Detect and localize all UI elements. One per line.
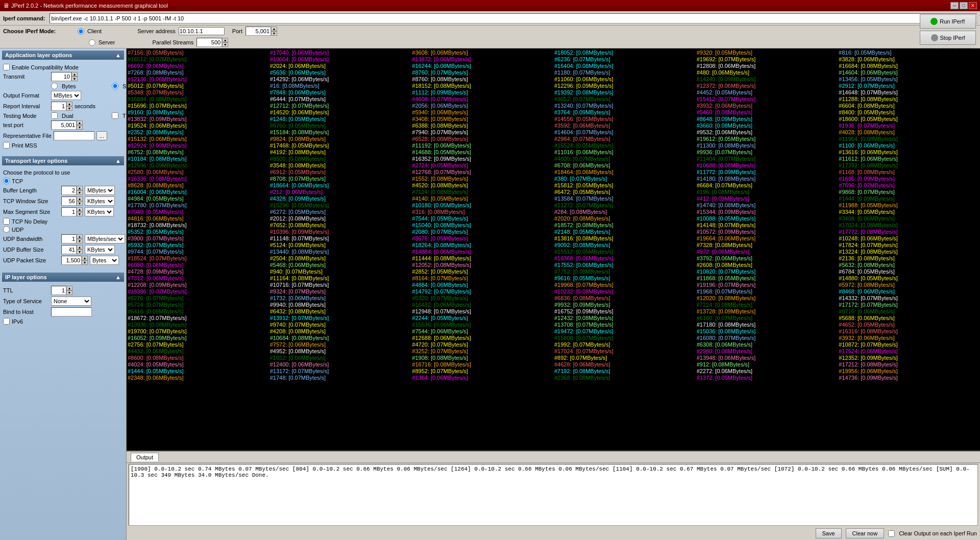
- clear-on-run-checkbox[interactable]: [888, 530, 895, 537]
- output-panel: Output [1990] 0.0-10.2 sec 0.74 MBytes 0…: [127, 451, 980, 540]
- seconds-radio[interactable]: [112, 83, 118, 89]
- window-controls: ─ □ ✕: [950, 2, 977, 9]
- port-down-btn[interactable]: ▼: [271, 31, 277, 36]
- port-up-btn[interactable]: ▲: [271, 27, 277, 31]
- iperf-command-input[interactable]: [50, 13, 977, 23]
- run-icon: [930, 18, 938, 25]
- buffer-length-down-btn[interactable]: ▼: [77, 190, 83, 195]
- rep-file-browse-btn[interactable]: ...: [96, 131, 107, 140]
- test-port-up-btn[interactable]: ▲: [77, 120, 83, 125]
- udp-buffer-input[interactable]: [61, 245, 77, 254]
- bind-host-row: Bind to Host: [3, 307, 123, 316]
- stop-iperf-button[interactable]: Stop IPerf: [920, 31, 976, 45]
- print-mss-checkbox[interactable]: [3, 142, 10, 149]
- viz-grid: #7156: [0.05MBytes/s]#17040: [0.06MBytes…: [128, 50, 979, 381]
- output-format-select[interactable]: MBytes Bytes KBytes GBytes: [51, 91, 81, 100]
- stop-icon: [931, 34, 938, 41]
- report-interval-up-btn[interactable]: ▲: [66, 102, 72, 106]
- server-address-input[interactable]: [179, 27, 225, 35]
- udp-packet-up-btn[interactable]: ▲: [82, 256, 88, 260]
- enable-compat-checkbox[interactable]: [3, 64, 10, 70]
- udp-packet-unit-select[interactable]: BytesKBytes: [90, 256, 119, 265]
- dual-checkbox[interactable]: [51, 112, 58, 119]
- ttl-up-btn[interactable]: ▲: [66, 286, 72, 290]
- app-title: JPerf 2.0.2 - Network performance measur…: [11, 3, 168, 9]
- parallel-streams-input[interactable]: [197, 38, 222, 47]
- right-content: #7156: [0.05MBytes/s]#17040: [0.06MBytes…: [127, 48, 980, 540]
- transmit-input[interactable]: [51, 72, 71, 81]
- bytes-radio[interactable]: [51, 83, 58, 89]
- udp-bandwidth-down-btn[interactable]: ▼: [77, 239, 83, 243]
- tcp-window-down-btn[interactable]: ▼: [77, 201, 83, 206]
- max-seg-down-btn[interactable]: ▼: [77, 212, 83, 216]
- save-output-button[interactable]: Save: [816, 528, 842, 538]
- udp-buffer-row: UDP Buffer Size ▲ ▼ KBytesBytesMBytes: [3, 245, 123, 254]
- output-text-area[interactable]: [1990] 0.0-10.2 sec 0.74 MBytes 0.07 MBy…: [129, 464, 978, 526]
- output-tab-button[interactable]: Output: [131, 453, 159, 461]
- buffer-length-up-btn[interactable]: ▲: [77, 186, 83, 190]
- udp-buffer-unit-select[interactable]: KBytesBytesMBytes: [85, 245, 115, 254]
- close-button[interactable]: ✕: [969, 2, 977, 9]
- max-seg-unit-select[interactable]: KBytesBytes: [85, 207, 114, 216]
- test-port-down-btn[interactable]: ▼: [77, 125, 83, 130]
- udp-radio[interactable]: [3, 226, 10, 233]
- bytes-seconds-group: Bytes Seconds: [51, 83, 127, 89]
- tcp-radio[interactable]: [3, 178, 10, 184]
- rep-file-input[interactable]: [54, 131, 94, 140]
- transmit-down-btn[interactable]: ▼: [71, 77, 78, 81]
- udp-bandwidth-up-btn[interactable]: ▲: [77, 234, 83, 239]
- udp-buffer-up-btn[interactable]: ▲: [77, 245, 83, 250]
- udp-bandwidth-input[interactable]: [61, 234, 77, 243]
- transport-layer-header[interactable]: Transport layer options ▲: [2, 156, 124, 165]
- report-interval-input[interactable]: [51, 102, 66, 111]
- buffer-length-input[interactable]: [61, 186, 77, 195]
- server-radio[interactable]: [89, 39, 95, 46]
- collapse-icon: ▲: [115, 52, 121, 58]
- ipv6-checkbox[interactable]: [3, 318, 10, 325]
- udp-buffer-down-btn[interactable]: ▼: [77, 250, 83, 254]
- buffer-length-spinbox: ▲ ▼: [61, 186, 83, 195]
- run-iperf-button[interactable]: Run IPerf!: [920, 14, 976, 29]
- ip-layer-header[interactable]: IP layer options ▲: [2, 273, 124, 282]
- report-interval-down-btn[interactable]: ▼: [66, 106, 72, 111]
- testing-mode-row: Testing Mode Dual Trade: [3, 112, 123, 119]
- port-spinbox: ▲ ▼: [246, 27, 277, 36]
- application-layer-content: Enable Compatibility Mode Transmit ▲ ▼: [2, 62, 124, 152]
- application-layer-header[interactable]: Application layer options ▲: [2, 51, 124, 60]
- minimize-button[interactable]: ─: [950, 2, 959, 9]
- udp-buffer-spinbox: ▲ ▼: [61, 245, 83, 254]
- ttl-down-btn[interactable]: ▼: [66, 290, 72, 295]
- rep-file-row: Representative File ...: [3, 131, 123, 140]
- parallel-down-btn[interactable]: ▼: [222, 42, 228, 47]
- udp-packet-spinbox: ▲ ▼: [61, 256, 88, 265]
- bind-host-input[interactable]: [51, 307, 92, 316]
- tcp-window-unit-select[interactable]: KBytesMBytesBytes: [85, 197, 115, 206]
- ipv6-row: IPv6: [3, 318, 123, 325]
- udp-packet-down-btn[interactable]: ▼: [82, 260, 88, 265]
- client-radio[interactable]: [78, 28, 84, 35]
- tos-select[interactable]: None Low Delay Throughput Reliability: [51, 297, 91, 306]
- tcp-window-up-btn[interactable]: ▲: [77, 197, 83, 201]
- maximize-button[interactable]: □: [960, 2, 968, 9]
- udp-packet-input[interactable]: [61, 256, 82, 265]
- udp-bandwidth-unit-select[interactable]: MBytes/secKBytes/secBytes/sec: [85, 234, 125, 243]
- tcp-nodelay-checkbox[interactable]: [3, 218, 10, 225]
- ip-collapse-icon: ▲: [115, 274, 121, 280]
- output-tab-bar: Output: [127, 452, 980, 463]
- report-interval-row: Report Interval ▲ ▼ seconds: [3, 102, 123, 111]
- tcp-window-input[interactable]: [61, 197, 77, 206]
- port-input[interactable]: [246, 27, 271, 36]
- buffer-length-unit-select[interactable]: MBytesKBytesBytes: [85, 186, 115, 195]
- parallel-up-btn[interactable]: ▲: [222, 38, 228, 42]
- transport-layer-content: Choose the protocol to use TCP Buffer Le…: [2, 167, 124, 268]
- viz-scroll[interactable]: #7156: [0.05MBytes/s]#17040: [0.06MBytes…: [127, 48, 980, 451]
- trade-checkbox[interactable]: [112, 112, 118, 119]
- test-port-input[interactable]: [51, 120, 77, 130]
- client-label: Client: [87, 28, 102, 34]
- tcp-nodelay-row: TCP No Delay: [3, 218, 123, 225]
- max-seg-up-btn[interactable]: ▲: [77, 207, 83, 212]
- ttl-input[interactable]: [51, 286, 66, 295]
- clear-now-button[interactable]: Clear now: [846, 528, 885, 538]
- max-seg-input[interactable]: [61, 207, 77, 216]
- transmit-up-btn[interactable]: ▲: [71, 72, 78, 77]
